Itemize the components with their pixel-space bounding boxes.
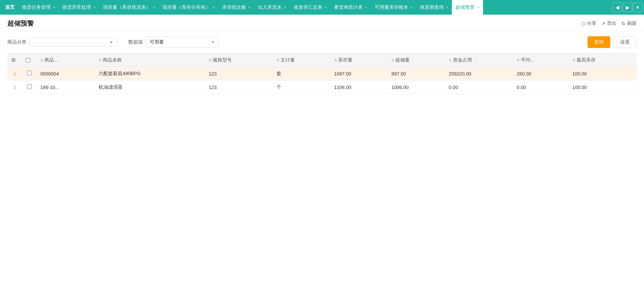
table-header-row: ⚙ ⇅ 商品... ⇅ 商品名称 — [7, 53, 637, 67]
nav-item-batch-account[interactable]: 库存批次账 × — [219, 0, 254, 15]
nav-item-inout-flow[interactable]: 出入库流水 × — [254, 0, 290, 15]
row-code-2: 186-10... — [37, 81, 95, 94]
select-all-checkbox[interactable] — [26, 58, 30, 63]
row-overflow-1: 997.00 — [388, 67, 445, 81]
col-code-sort-icon: ⇅ — [40, 58, 43, 62]
close-order-stats[interactable]: × — [365, 5, 367, 10]
row-avg-1: 260.00 — [513, 67, 569, 81]
col-stock-sort-icon: ⇅ — [334, 58, 337, 62]
nav-item-receive-summary[interactable]: 收发存汇总表 × — [290, 0, 330, 15]
close-inout-flow[interactable]: × — [284, 5, 286, 10]
share-icon: ⬡ — [581, 21, 585, 26]
close-available-stock[interactable]: × — [410, 5, 413, 10]
nav-item-order-stats[interactable]: 要货单统计表 × — [330, 0, 371, 15]
nav-item-stock-status[interactable]: 现存量（库存状况表） × — [99, 0, 159, 15]
col-overflow[interactable]: ⇅ 超储量 — [388, 53, 445, 67]
top-navigation: 首页 拣货任务管理 × 拣货异常处理 × 现存量（库存状况表） × 现存量（库存… — [0, 0, 644, 15]
category-select[interactable]: ▼ — [29, 38, 117, 47]
row-name-2: 机油滤清器 — [95, 81, 205, 94]
filter-row: 商品分类 ▼ 数据源 可用量 ▼ 查询 设置 — [0, 31, 644, 53]
row-max-2: 100.00 — [569, 81, 637, 94]
export-action[interactable]: ↗ 导出 — [601, 20, 616, 27]
page-title: 超储预警 — [7, 19, 34, 28]
refresh-icon: ↻ — [622, 21, 626, 26]
category-chevron-icon: ▼ — [109, 40, 113, 44]
close-receive-summary[interactable]: × — [325, 5, 327, 10]
row-unit-1: 套 — [273, 67, 330, 81]
table-container: ⚙ ⇅ 商品... ⇅ 商品名称 — [0, 53, 644, 94]
datasource-filter-group: 数据源 可用量 ▼ — [128, 37, 219, 48]
close-stock-status[interactable]: × — [153, 5, 155, 10]
col-max[interactable]: ⇅ 最高库存 — [569, 53, 637, 67]
nav-item-home[interactable]: 首页 — [1, 0, 18, 15]
row-code-1: 0000004 — [37, 67, 95, 81]
close-picking-exception[interactable]: × — [93, 5, 95, 10]
datasource-select-text: 可用量 — [150, 39, 208, 45]
nav-item-picking-exception[interactable]: 拣货异常处理 × — [59, 0, 99, 15]
settings-button[interactable]: 设置 — [613, 36, 637, 48]
column-settings-icon[interactable]: ⚙ — [11, 57, 16, 63]
col-unit[interactable]: ⇅ 主计量 — [273, 53, 330, 67]
close-overstock-warning[interactable]: × — [477, 5, 479, 10]
nav-prev-arrow[interactable]: ◀ — [612, 3, 622, 12]
col-overflow-sort-icon: ⇅ — [391, 58, 394, 62]
query-button[interactable]: 查询 — [588, 36, 610, 48]
nav-item-shelf-life[interactable]: 保质期查询 × — [416, 0, 452, 15]
header-actions: ⬡ 分享 ↗ 导出 ↻ 刷新 — [581, 20, 637, 27]
row-checkbox-1[interactable] — [22, 67, 37, 81]
col-avg-sort-icon: ⇅ — [517, 58, 520, 62]
col-checkbox — [22, 53, 37, 67]
nav-item-overstock-warning[interactable]: 超储预警 × — [452, 0, 483, 15]
nav-item-available-stock[interactable]: 可用量库存账本 × — [371, 0, 416, 15]
close-picking-task[interactable]: × — [53, 5, 55, 10]
datasource-label: 数据源 — [128, 39, 143, 45]
col-capital-sort-icon: ⇅ — [449, 58, 452, 62]
nav-arrows: ◀ ▶ ✕ — [612, 3, 643, 12]
close-batch-account[interactable]: × — [248, 5, 250, 10]
overstock-table: ⚙ ⇅ 商品... ⇅ 商品名称 — [7, 53, 637, 94]
col-unit-sort-icon: ⇅ — [277, 58, 279, 62]
nav-next-arrow[interactable]: ▶ — [623, 3, 632, 12]
refresh-action[interactable]: ↻ 刷新 — [622, 20, 637, 27]
row-avg-2: 0.00 — [513, 81, 569, 94]
nav-item-picking-task[interactable]: 拣货任务管理 × — [18, 0, 59, 15]
table-row: 1 0000004 六配套新昌490BPG 123 套 1097.00 997.… — [7, 67, 637, 81]
close-stock-dist[interactable]: × — [212, 5, 215, 10]
row-stock-2: 1106.00 — [330, 81, 388, 94]
datasource-select[interactable]: 可用量 ▼ — [146, 37, 219, 48]
row-stock-1: 1097.00 — [330, 67, 388, 81]
col-name-sort-icon: ⇅ — [99, 58, 102, 62]
row-name-1: 六配套新昌490BPG — [95, 67, 205, 81]
page-header: 超储预警 ⬡ 分享 ↗ 导出 ↻ 刷新 — [0, 15, 644, 31]
nav-item-stock-dist[interactable]: 现存量（库存分布表） × — [159, 0, 218, 15]
export-icon: ↗ — [601, 21, 605, 26]
row-spec-1: 123 — [205, 67, 273, 81]
col-spec[interactable]: ⇅ 规格型号 — [205, 53, 273, 67]
col-avg[interactable]: ⇅ 平均... — [513, 53, 569, 67]
row-number-2: 2 — [7, 81, 22, 94]
col-name[interactable]: ⇅ 商品名称 — [95, 53, 205, 67]
col-settings: ⚙ — [7, 53, 22, 67]
row-unit-2: 个 — [273, 81, 330, 94]
table-row: 2 186-10... 机油滤清器 123 个 1106.00 1006.00 … — [7, 81, 637, 94]
row-capital-1: 259220.00 — [445, 67, 513, 81]
col-capital[interactable]: ⇅ 资金占用 — [445, 53, 513, 67]
row-capital-2: 0.00 — [445, 81, 513, 94]
category-label: 商品分类 — [7, 39, 26, 45]
row-spec-2: 123 — [205, 81, 273, 94]
col-code[interactable]: ⇅ 商品... — [37, 53, 95, 67]
share-action[interactable]: ⬡ 分享 — [581, 20, 596, 27]
row-number-1: 1 — [7, 67, 22, 81]
close-shelf-life[interactable]: × — [446, 5, 448, 10]
col-spec-sort-icon: ⇅ — [209, 58, 212, 62]
col-max-sort-icon: ⇅ — [572, 58, 575, 62]
col-stock[interactable]: ⇅ 库存量 — [330, 53, 388, 67]
category-filter-group: 商品分类 ▼ — [7, 38, 117, 47]
row-max-1: 100.00 — [569, 67, 637, 81]
row-overflow-2: 1006.00 — [388, 81, 445, 94]
nav-close-all[interactable]: ✕ — [633, 3, 643, 12]
datasource-chevron-icon: ▼ — [211, 40, 215, 44]
filter-actions: 查询 设置 — [588, 36, 637, 48]
row-checkbox-2[interactable] — [22, 81, 37, 94]
